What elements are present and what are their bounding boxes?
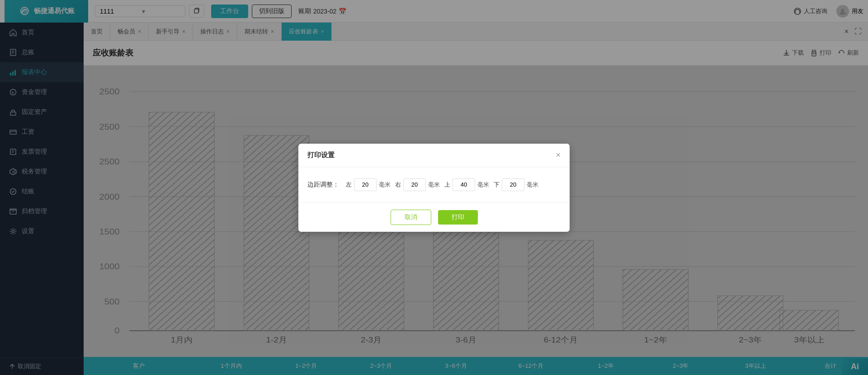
modal-body: 边距调整： 左 毫米 右 毫米 上 毫米 下 — [298, 167, 570, 202]
right-margin-group: 右 毫米 — [395, 178, 440, 191]
modal-footer: 取消 打印 — [298, 202, 570, 232]
modal-overlay: 打印设置 × 边距调整： 左 毫米 右 毫米 上 毫米 — [0, 0, 868, 375]
confirm-print-button[interactable]: 打印 — [438, 210, 478, 225]
bottom-direction-label: 下 — [494, 181, 500, 189]
modal-header: 打印设置 × — [298, 144, 570, 167]
left-margin-group: 左 毫米 — [346, 178, 391, 191]
print-settings-dialog: 打印设置 × 边距调整： 左 毫米 右 毫米 上 毫米 — [298, 144, 570, 232]
modal-close-button[interactable]: × — [556, 150, 561, 160]
top-margin-group: 上 毫米 — [444, 178, 489, 191]
margin-row: 边距调整： 左 毫米 右 毫米 上 毫米 下 — [307, 178, 561, 191]
left-margin-input[interactable] — [354, 178, 377, 191]
top-margin-input[interactable] — [453, 178, 475, 191]
bottom-margin-group: 下 毫米 — [494, 178, 538, 191]
right-margin-input[interactable] — [403, 178, 426, 191]
right-direction-label: 右 — [395, 181, 401, 189]
right-unit: 毫米 — [428, 181, 440, 189]
top-unit: 毫米 — [477, 181, 489, 189]
left-unit: 毫米 — [379, 181, 391, 189]
bottom-margin-input[interactable] — [502, 178, 524, 191]
left-direction-label: 左 — [346, 181, 352, 189]
cancel-button[interactable]: 取消 — [391, 210, 431, 225]
modal-title: 打印设置 — [307, 151, 335, 159]
bottom-unit: 毫米 — [527, 181, 538, 189]
top-direction-label: 上 — [444, 181, 450, 189]
margin-label: 边距调整： — [307, 181, 339, 189]
